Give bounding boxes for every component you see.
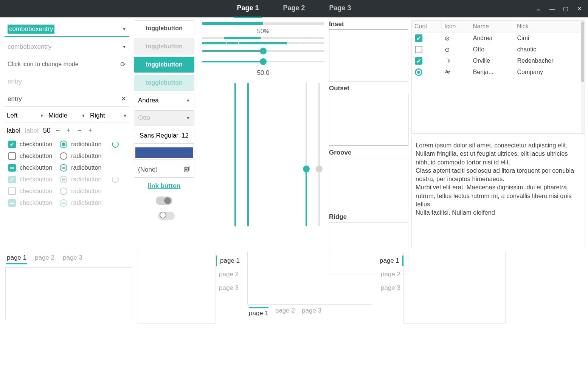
nb-tab-1[interactable]: page 1 [377,255,403,266]
togglebutton-normal[interactable]: togglebutton [134,20,194,36]
radiobutton-mixed-disabled: radiobutton [60,199,119,207]
nb-tab-2[interactable]: page 2 [216,269,243,280]
frame-inset: Inset [329,20,408,82]
refresh-icon[interactable]: ⟳ [119,61,126,68]
combo-middle[interactable]: Middle▼ [46,109,88,122]
titlebar: Page 1 Page 2 Page 3 ≡ — ▢ ✕ [0,0,588,17]
checkbox-icon[interactable]: ✔ [415,57,422,65]
switch-knob [160,212,166,218]
alert-circle-icon: ⊙ [445,46,450,53]
checkbutton-indeterminate[interactable]: checkbutton [8,164,52,172]
col-cool[interactable]: Cool [412,21,442,33]
frame-groove: Groove [329,149,408,210]
nb-tab-2[interactable]: page 2 [378,269,403,280]
progressbar-1 [202,22,324,25]
progress-section: 50% 50.0 [200,20,326,80]
tree-view[interactable]: Cool Icon Name Nick ✔⊘AndreaCimi ⊙Ottoch… [411,20,585,134]
comboboxentry-active[interactable]: comboboxentry ▼ [5,22,129,37]
combo-right[interactable]: Right▼ [88,109,129,122]
entry-placeholder[interactable]: entry [5,74,129,89]
col-name[interactable]: Name [470,21,514,33]
nb-tab-1[interactable]: page 1 [6,252,27,264]
chevron-down-icon[interactable]: ▼ [186,98,190,103]
font-button[interactable]: Sans Regular12 [134,128,194,144]
scrollbar[interactable] [581,21,585,133]
checkbox-icon[interactable]: ✔ [415,34,422,42]
entry-value: entry [8,95,22,103]
radio-icon[interactable] [415,68,422,76]
notebook-page [247,252,372,305]
nb-tab-1[interactable]: page 1 [249,307,268,317]
switch-off[interactable] [158,212,175,220]
v-slider-2[interactable] [244,83,253,226]
col-nick[interactable]: Nick [514,21,584,33]
notebook-page [137,252,216,324]
radiobutton-selected[interactable]: radiobutton [60,141,119,148]
combo-andrea[interactable]: Andrea▼ [134,93,194,108]
mode-input[interactable] [8,61,119,68]
close-icon[interactable]: ✕ [574,3,585,14]
nb-tab-2[interactable]: page 2 [34,252,55,264]
frame-outset: Outset [329,85,408,146]
radiobutton-mixed[interactable]: radiobutton [60,164,119,172]
table-row[interactable]: ✔⊘AndreaCimi [412,33,585,44]
col-icon[interactable]: Icon [442,21,470,33]
radiobutton-unselected-disabled: radiobutton [60,187,119,195]
nb-tab-3[interactable]: page 3 [62,252,83,264]
label-2: label [25,127,39,135]
switch-knob [164,197,171,204]
nb-tab-1[interactable]: page 1 [216,255,243,266]
nb-tab-3[interactable]: page 3 [378,283,403,293]
spin-plus[interactable]: + [65,127,72,135]
header-tabs: Page 1 Page 2 Page 3 [234,0,354,18]
nb-tab-3[interactable]: page 3 [302,307,321,317]
minimize-icon[interactable]: — [546,3,558,14]
clear-icon[interactable]: ✕ [121,95,126,103]
tab-page-2[interactable]: Page 2 [280,0,308,18]
v-slider-1[interactable] [231,83,240,226]
position-combo-row: Left▼ Middle▼ Right▼ [5,109,129,123]
table-row[interactable]: ֎Benja...Company [412,67,585,78]
link-button[interactable]: link button [134,180,194,192]
nb-tab-3[interactable]: page 3 [216,283,243,293]
combo-left[interactable]: Left▼ [5,109,46,122]
maximize-icon[interactable]: ▢ [560,3,571,14]
h-slider-1[interactable] [202,46,324,56]
combo-otto-disabled: Otto▼ [134,110,194,125]
radiobutton-unselected[interactable]: radiobutton [60,152,119,160]
comboboxentry-disabled: comboboxentry ▼ [5,39,129,54]
chevron-down-icon[interactable]: ▼ [123,113,127,118]
checkbox-icon[interactable] [415,46,422,53]
text-view[interactable]: Lorem ipsum dolor sit amet, consectetur … [411,137,585,248]
mode-entry[interactable]: ⟳ [5,57,129,72]
spin-button[interactable]: 50 − + [43,127,72,135]
table-row[interactable]: ⊙Ottochaotic [412,44,585,55]
togglebutton-active[interactable]: togglebutton [134,57,194,73]
color-button[interactable] [134,146,194,159]
tab-page-3[interactable]: Page 3 [326,0,354,18]
checkbutton-unchecked[interactable]: checkbutton [8,152,52,160]
file-chooser-button[interactable]: (None)🗐 [134,162,194,178]
progressbar-indeterminate [202,37,324,39]
chevron-down-icon[interactable]: ▼ [122,27,126,31]
togglebutton-active-disabled: togglebutton [134,75,194,91]
h-slider-2[interactable] [202,57,324,66]
switch-on[interactable] [156,197,172,205]
v-slider-3[interactable] [302,83,311,226]
chevron-down-icon[interactable]: ▼ [81,113,85,118]
comboboxentry-value: comboboxentry [8,25,54,34]
spin-minus[interactable]: − [54,127,61,135]
notebook-page [403,252,506,324]
table-row[interactable]: ✔☽OrvilleRedenbacher [412,55,585,67]
spiral-icon: ֎ [445,69,451,75]
checkbutton-checked[interactable]: ✔checkbutton [8,141,52,148]
moon-icon: ☽ [445,58,450,64]
nb-tab-2[interactable]: page 2 [275,307,295,317]
menu-icon[interactable]: ≡ [533,3,544,14]
tab-page-1[interactable]: Page 1 [234,0,262,18]
scale-value: 50.0 [255,68,271,78]
v-slider-4-disabled [315,83,324,226]
entry-filled[interactable]: entry ✕ [5,91,129,107]
chevron-down-icon[interactable]: ▼ [40,113,44,118]
checkbutton-indeterminate-disabled: checkbutton [8,199,52,207]
